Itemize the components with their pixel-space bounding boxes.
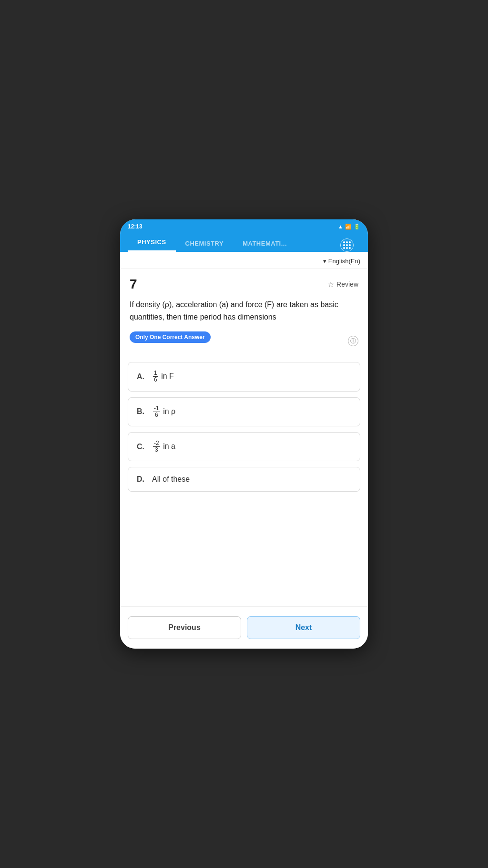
option-b[interactable]: B. -1 6 in ρ: [128, 397, 360, 426]
option-d-label: D.: [137, 475, 146, 484]
option-b-label: B.: [137, 407, 146, 416]
status-icons: ▲ 📶 🔋: [338, 224, 360, 230]
signal-icon: ▲: [338, 224, 343, 229]
tab-physics[interactable]: PHYSICS: [128, 234, 176, 252]
status-time: 12:13: [128, 223, 142, 230]
grid-button[interactable]: [340, 238, 354, 252]
option-c-text: -2 3 in a: [152, 440, 175, 453]
question-text: If density (ρ), acceleration (a) and for…: [130, 299, 358, 323]
content-area: ▾ English(En) 7 ☆ Review If density (ρ),…: [120, 252, 368, 649]
fraction-a: 1 6: [153, 370, 158, 383]
option-d-text: All of these: [152, 475, 190, 484]
option-a[interactable]: A. 1 6 in F: [128, 362, 360, 391]
next-button[interactable]: Next: [247, 616, 360, 639]
question-number: 7: [130, 277, 137, 292]
battery-icon: 🔋: [354, 224, 360, 230]
tab-bar: PHYSICS CHEMISTRY MATHEMATI...: [120, 234, 368, 252]
answer-type-badge: Only One Correct Answer: [130, 331, 211, 343]
option-b-text: -1 6 in ρ: [152, 405, 175, 418]
status-bar: 12:13 ▲ 📶 🔋: [120, 219, 368, 234]
star-icon: ☆: [327, 280, 334, 289]
info-icon[interactable]: ⓘ: [348, 336, 358, 346]
option-a-label: A.: [137, 372, 146, 381]
phone-frame: 12:13 ▲ 📶 🔋 PHYSICS CHEMISTRY MATHEMATI.…: [120, 219, 368, 649]
tab-bar-wrapper: PHYSICS CHEMISTRY MATHEMATI...: [120, 234, 368, 252]
tab-mathematics[interactable]: MATHEMATI...: [233, 235, 296, 252]
option-d[interactable]: D. All of these: [128, 467, 360, 492]
question-header: 7 ☆ Review: [130, 277, 358, 292]
bottom-nav: Previous Next: [120, 606, 368, 649]
question-area: 7 ☆ Review If density (ρ), acceleration …: [120, 269, 368, 362]
option-a-text: 1 6 in F: [152, 370, 174, 383]
fraction-c: -2 3: [153, 440, 160, 453]
language-label: English(En): [328, 258, 360, 265]
language-selector[interactable]: ▾ English(En): [323, 258, 360, 265]
wifi-icon: 📶: [345, 224, 352, 230]
review-label: Review: [336, 280, 358, 288]
review-button[interactable]: ☆ Review: [327, 280, 358, 289]
language-bar: ▾ English(En): [120, 252, 368, 269]
options-area: A. 1 6 in F B. -1 6 in ρ: [120, 362, 368, 492]
previous-button[interactable]: Previous: [128, 616, 241, 639]
option-c[interactable]: C. -2 3 in a: [128, 432, 360, 461]
option-c-label: C.: [137, 443, 146, 451]
tab-chemistry[interactable]: CHEMISTRY: [176, 235, 234, 252]
chevron-down-icon: ▾: [323, 258, 326, 265]
fraction-b: -1 6: [153, 405, 160, 418]
grid-dots-icon: [343, 241, 351, 249]
